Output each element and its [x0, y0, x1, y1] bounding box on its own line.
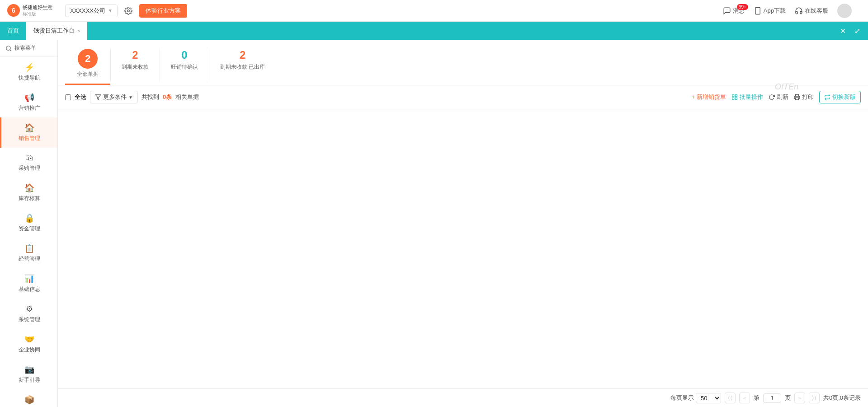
stat-number-all: 2	[85, 53, 90, 65]
filter-label: 更多条件	[103, 93, 127, 101]
sidebar-item-quick-nav[interactable]: ⚡ 快捷导航	[0, 57, 57, 87]
stat-number-overdue: 2	[132, 49, 138, 61]
print-label: 打印	[802, 93, 814, 101]
stat-tab-all[interactable]: 2 全部单据	[65, 45, 110, 85]
stat-tab-pending[interactable]: 0 旺铺待确认	[160, 45, 209, 85]
trial-button[interactable]: 体验行业方案	[139, 4, 187, 18]
main-layout: 搜索菜单 ⚡ 快捷导航 📢 营销推广 🏠 销售管理 🛍 采购管理 🏠 库存核算 …	[0, 40, 868, 407]
sidebar: 搜索菜单 ⚡ 快捷导航 📢 营销推广 🏠 销售管理 🛍 采购管理 🏠 库存核算 …	[0, 40, 58, 407]
toolbar-right: + 新增销货单 批量操作 刷新	[692, 91, 861, 103]
sidebar-label-operation: 经营管理	[19, 255, 40, 263]
sidebar-item-basic-info[interactable]: 📊 基础信息	[0, 268, 57, 299]
found-count: 0条	[163, 93, 172, 101]
more-filter-button[interactable]: 更多条件 ▼	[90, 91, 138, 103]
sidebar-item-marketing[interactable]: 📢 营销推广	[0, 87, 57, 117]
sidebar-item-operation[interactable]: 📋 经营管理	[0, 238, 57, 268]
app-center-icon: 📦	[24, 395, 34, 405]
company-selector[interactable]: XXXXXX公司 ▼	[65, 5, 118, 17]
add-sales-order-button[interactable]: + 新增销货单	[692, 93, 726, 101]
sidebar-item-enterprise[interactable]: 🤝 企业协同	[0, 329, 57, 359]
per-page-dropdown[interactable]: 50 100 200	[696, 393, 721, 403]
sidebar-item-sales[interactable]: 🏠 销售管理	[0, 117, 57, 148]
per-page-label: 每页显示	[670, 394, 694, 402]
avatar[interactable]	[837, 4, 852, 18]
message-button[interactable]: 消息 99+	[723, 7, 745, 15]
last-page-button[interactable]: ⟩⟩	[809, 393, 820, 403]
select-all-label: 全选	[75, 93, 86, 101]
chevron-down-icon: ▼	[108, 8, 113, 13]
stat-tab-overdue[interactable]: 2 到期未收款	[111, 45, 160, 85]
tab-close-window-button[interactable]: ✕	[837, 25, 848, 36]
filter-chevron-icon: ▼	[128, 95, 133, 100]
stat-label-all: 全部单据	[77, 70, 99, 78]
finance-icon: 🔒	[24, 213, 34, 223]
settings-button[interactable]	[121, 4, 136, 18]
system-icon: ⚙	[26, 304, 33, 314]
switch-version-label: 切换新版	[832, 93, 856, 101]
basic-info-icon: 📊	[24, 274, 34, 284]
enterprise-icon: 🤝	[24, 334, 34, 344]
sidebar-label-purchase: 采购管理	[19, 164, 40, 172]
svg-rect-9	[732, 98, 734, 99]
online-service-button[interactable]: 在线客服	[795, 7, 828, 15]
active-tab-label: 钱货日清工作台	[33, 27, 75, 35]
toolbar: 全选 更多条件 ▼ 共找到 0条 相关单据 + 新增销货单	[58, 85, 868, 109]
svg-rect-8	[735, 98, 737, 99]
sidebar-item-guide[interactable]: 📷 新手引导	[0, 359, 57, 389]
found-suffix: 相关单据	[175, 93, 199, 101]
found-prefix: 共找到	[142, 93, 159, 101]
sidebar-item-finance[interactable]: 🔒 资金管理	[0, 208, 57, 238]
svg-line-4	[10, 49, 11, 51]
sales-icon: 🏠	[24, 123, 34, 133]
page-size-select: 每页显示 50 100 200	[670, 393, 721, 403]
sidebar-label-enterprise: 企业协同	[19, 346, 40, 354]
total-text: 共0页,0条记录	[823, 394, 861, 402]
svg-marker-5	[95, 95, 101, 100]
sidebar-label-basic-info: 基础信息	[19, 285, 40, 293]
operation-icon: 📋	[24, 243, 34, 253]
tab-home[interactable]: 首页	[0, 22, 26, 40]
tab-close-icon[interactable]: ×	[77, 28, 80, 33]
search-menu-item[interactable]: 搜索菜单	[0, 40, 57, 57]
toolbar-left: 全选 更多条件 ▼ 共找到 0条 相关单据	[65, 91, 686, 103]
print-button[interactable]: 打印	[794, 93, 814, 101]
stat-tab-overdue-out[interactable]: 2 到期未收款 已出库	[209, 45, 276, 85]
batch-operation-button[interactable]: 批量操作	[731, 93, 763, 101]
sidebar-label-quick-nav: 快捷导航	[19, 74, 40, 82]
sidebar-label-guide: 新手引导	[19, 376, 40, 384]
stats-tabs: 2 全部单据 2 到期未收款 0 旺铺待确认 2 到期未收款 已出库	[58, 40, 868, 85]
prev-page-button[interactable]: ＜	[739, 393, 750, 403]
stat-label-overdue-out: 到期未收款 已出库	[220, 63, 265, 71]
sidebar-item-app-center[interactable]: 📦 应用中心	[0, 389, 57, 407]
tab-bar-actions: ✕ ⤢	[837, 25, 868, 36]
stat-label-pending: 旺铺待确认	[171, 63, 198, 71]
next-page-button[interactable]: ＞	[794, 393, 805, 403]
top-header: 6 畅捷通好生意 标准版 XXXXXX公司 ▼ 体验行业方案 消息 99+ Ap…	[0, 0, 868, 22]
purchase-icon: 🛍	[25, 153, 33, 163]
table-area	[58, 109, 868, 388]
guide-icon: 📷	[24, 365, 34, 374]
select-all-checkbox[interactable]	[65, 94, 71, 100]
app-download-label: App下载	[764, 7, 786, 15]
sidebar-item-purchase[interactable]: 🛍 采购管理	[0, 148, 57, 178]
stat-number-pending: 0	[181, 49, 187, 61]
page-number-input[interactable]	[763, 393, 781, 403]
tab-maximize-button[interactable]: ⤢	[852, 25, 863, 36]
sidebar-item-inventory[interactable]: 🏠 库存核算	[0, 178, 57, 208]
sidebar-label-finance: 资金管理	[19, 225, 40, 233]
refresh-button[interactable]: 刷新	[769, 93, 788, 101]
pagination-bar: 每页显示 50 100 200 ⟨⟨ ＜ 第 页 ＞ ⟩⟩ 共0页,0条记录	[58, 388, 868, 407]
stat-number-overdue-out: 2	[240, 49, 245, 61]
sidebar-label-system: 系统管理	[19, 316, 40, 323]
first-page-button[interactable]: ⟨⟨	[725, 393, 736, 403]
sidebar-item-system[interactable]: ⚙ 系统管理	[0, 299, 57, 329]
sidebar-label-marketing: 营销推广	[19, 104, 40, 112]
logo-text-line1: 畅捷通好生意	[23, 4, 52, 10]
app-download-button[interactable]: App下载	[754, 7, 786, 15]
svg-point-0	[127, 9, 130, 12]
logo-text-line2: 标准版	[23, 11, 52, 17]
switch-version-button[interactable]: 切换新版	[819, 91, 861, 103]
tab-active[interactable]: 钱货日清工作台 ×	[26, 22, 87, 40]
logo-area: 6 畅捷通好生意 标准版	[7, 4, 65, 17]
search-menu-label: 搜索菜单	[14, 44, 36, 52]
